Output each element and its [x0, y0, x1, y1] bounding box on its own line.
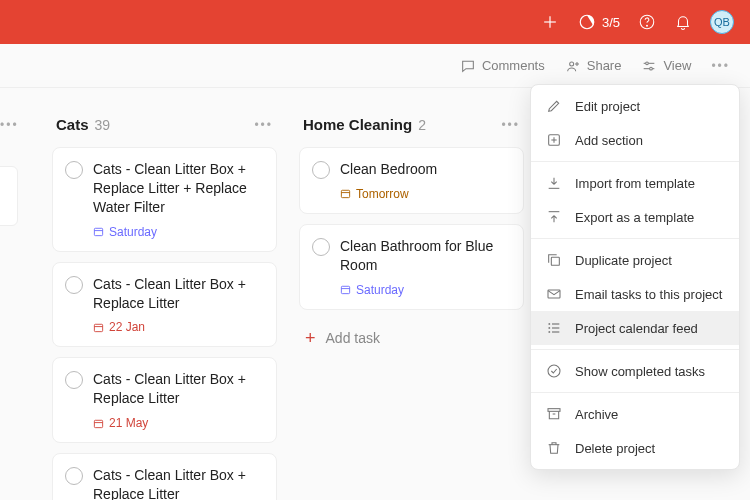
menu-item-email-tasks-to-this-project[interactable]: Email tasks to this project [531, 277, 739, 311]
mail-icon [545, 285, 563, 303]
task-title: Clean Bathroom for Blue Room [340, 237, 511, 275]
task-title: Clean Bedroom [340, 160, 511, 179]
complete-checkbox[interactable] [65, 276, 83, 294]
download-icon [545, 174, 563, 192]
svg-rect-16 [94, 420, 102, 427]
menu-item-duplicate-project[interactable]: Duplicate project [531, 243, 739, 277]
task-card[interactable]: Cats - Clean Litter Box + Replace Litter… [52, 262, 277, 348]
menu-separator [531, 238, 739, 239]
column-count: 39 [95, 117, 111, 133]
task-due: Saturday [340, 283, 511, 297]
more-icon[interactable]: ••• [0, 116, 30, 132]
task-due: Saturday [93, 225, 264, 239]
menu-item-label: Import from template [575, 176, 695, 191]
complete-checkbox[interactable] [65, 371, 83, 389]
menu-item-edit-project[interactable]: Edit project [531, 89, 739, 123]
column-count: 2 [418, 117, 426, 133]
menu-item-project-calendar-feed[interactable]: Project calendar feed [531, 311, 739, 345]
add-task-button[interactable]: + Add task [299, 320, 524, 357]
svg-rect-36 [548, 409, 560, 412]
comments-label: Comments [482, 58, 545, 73]
menu-item-show-completed-tasks[interactable]: Show completed tasks [531, 354, 739, 388]
menu-separator [531, 392, 739, 393]
svg-rect-14 [94, 324, 102, 331]
complete-checkbox[interactable] [312, 238, 330, 256]
pencil-icon [545, 97, 563, 115]
trash-icon [545, 439, 563, 457]
menu-item-label: Show completed tasks [575, 364, 705, 379]
column-header: Home Cleaning 2 ••• [299, 116, 524, 147]
menu-item-label: Edit project [575, 99, 640, 114]
share-button[interactable]: Share [565, 58, 622, 74]
complete-checkbox[interactable] [65, 161, 83, 179]
add-task-label: Add task [326, 330, 380, 346]
svg-point-34 [549, 332, 550, 333]
svg-point-35 [548, 365, 560, 377]
topbar: 3/5 QB [0, 0, 750, 44]
more-icon[interactable]: ••• [254, 118, 273, 132]
archive-icon [545, 405, 563, 423]
svg-rect-20 [341, 191, 349, 198]
column-title: Home Cleaning [303, 116, 412, 133]
menu-item-archive[interactable]: Archive [531, 397, 739, 431]
column-header: Cats 39 ••• [52, 116, 277, 147]
menu-item-export-as-a-template[interactable]: Export as a template [531, 200, 739, 234]
comments-button[interactable]: Comments [460, 58, 545, 74]
menu-item-add-section[interactable]: Add section [531, 123, 739, 157]
task-due: 21 May [93, 416, 264, 430]
complete-checkbox[interactable] [312, 161, 330, 179]
column-home-cleaning: Home Cleaning 2 ••• Clean Bedroom Tomorr… [299, 116, 524, 500]
progress-text: 3/5 [602, 15, 620, 30]
task-title: Cats - Clean Litter Box + Replace Litter [93, 275, 264, 313]
menu-item-label: Add section [575, 133, 643, 148]
avatar[interactable]: QB [710, 10, 734, 34]
list-icon [545, 319, 563, 337]
task-card[interactable]: Clean Bedroom Tomorrow [299, 147, 524, 214]
menu-item-delete-project[interactable]: Delete project [531, 431, 739, 465]
svg-point-33 [549, 328, 550, 329]
task-due: 22 Jan [93, 320, 264, 334]
svg-rect-28 [548, 290, 560, 298]
progress-icon[interactable] [578, 13, 596, 31]
share-label: Share [587, 58, 622, 73]
bell-icon[interactable] [674, 13, 692, 31]
task-card[interactable]: Cats - Clean Litter Box + Replace Litter… [52, 147, 277, 252]
check-circle-icon [545, 362, 563, 380]
duplicate-icon [545, 251, 563, 269]
menu-item-import-from-template[interactable]: Import from template [531, 166, 739, 200]
task-due: Tomorrow [340, 187, 511, 201]
svg-rect-12 [94, 228, 102, 235]
task-title: Cats - Clean Litter Box + Replace Litter… [93, 160, 264, 217]
menu-separator [531, 349, 739, 350]
task-card[interactable]: Clean Bathroom for Blue Room Saturday [299, 224, 524, 310]
menu-item-label: Duplicate project [575, 253, 672, 268]
add-icon[interactable] [540, 12, 560, 32]
plus-icon: + [305, 328, 316, 349]
menu-item-label: Export as a template [575, 210, 694, 225]
prev-column-sliver: ••• [0, 116, 30, 500]
view-label: View [663, 58, 691, 73]
menu-item-label: Delete project [575, 441, 655, 456]
menu-separator [531, 161, 739, 162]
svg-point-10 [646, 62, 649, 65]
task-card[interactable]: Cats - Clean Litter Box + Replace Litter… [52, 357, 277, 443]
task-title: Cats - Clean Litter Box + Replace Litter [93, 370, 264, 408]
column-title: Cats [56, 116, 89, 133]
complete-checkbox[interactable] [65, 467, 83, 485]
plus-box-icon [545, 131, 563, 149]
more-icon[interactable]: ••• [501, 118, 520, 132]
svg-point-5 [569, 62, 573, 66]
more-icon[interactable]: ••• [711, 59, 730, 73]
task-card[interactable]: Cats - Clean Litter Box + Replace Litter… [52, 453, 277, 500]
svg-point-4 [647, 25, 648, 26]
card-sliver [0, 166, 18, 226]
svg-point-11 [650, 67, 653, 70]
help-icon[interactable] [638, 13, 656, 31]
view-button[interactable]: View [641, 58, 691, 74]
task-title: Cats - Clean Litter Box + Replace Litter [93, 466, 264, 500]
upload-icon [545, 208, 563, 226]
menu-item-label: Email tasks to this project [575, 287, 722, 302]
project-context-menu: Edit projectAdd sectionImport from templ… [530, 84, 740, 470]
svg-rect-22 [341, 286, 349, 293]
column-cats: Cats 39 ••• Cats - Clean Litter Box + Re… [52, 116, 277, 500]
